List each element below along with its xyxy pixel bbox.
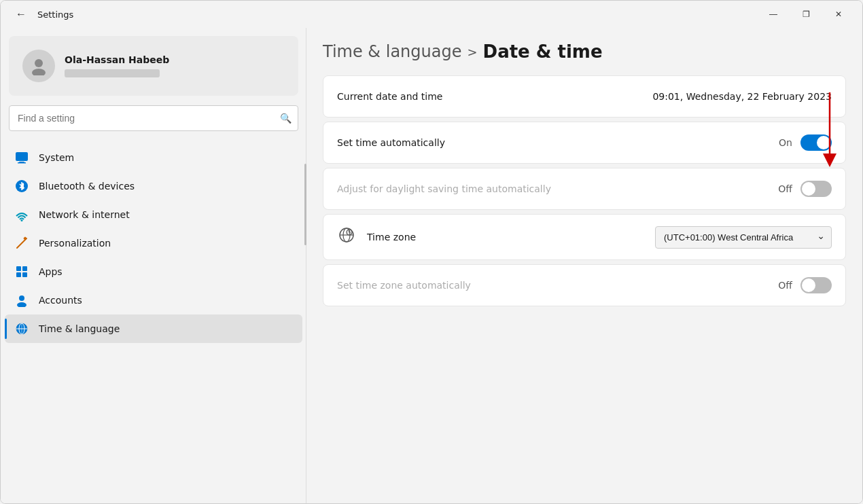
svg-point-14 xyxy=(19,295,24,301)
current-date-label: Current date and time xyxy=(337,91,442,102)
svg-rect-9 xyxy=(23,236,27,240)
avatar xyxy=(22,50,55,82)
sidebar-item-personalization-label: Personalization xyxy=(39,238,111,249)
svg-rect-2 xyxy=(16,152,28,161)
search-icon: 🔍 xyxy=(280,113,292,124)
set-time-auto-state: On xyxy=(779,137,792,148)
bluetooth-icon: ⬇ xyxy=(14,179,29,194)
svg-rect-10 xyxy=(16,266,21,271)
page-header: Time & language > Date & time xyxy=(323,41,846,62)
timezone-left: Time zone xyxy=(337,226,416,249)
personalization-icon xyxy=(14,236,29,251)
svg-point-1 xyxy=(32,69,46,75)
current-date-card: Current date and time 09:01, Wednesday, … xyxy=(323,75,846,118)
daylight-state: Off xyxy=(778,183,792,194)
close-button[interactable]: ✕ xyxy=(823,3,854,25)
timezone-select[interactable]: (UTC+01:00) West Central Africa (UTC+00:… xyxy=(655,226,832,249)
current-date-value: 09:01, Wednesday, 22 February 2023 xyxy=(652,91,832,102)
breadcrumb-chevron: > xyxy=(467,45,477,59)
daylight-right: Off xyxy=(778,181,832,197)
svg-rect-12 xyxy=(16,272,21,277)
sidebar-item-personalization[interactable]: Personalization xyxy=(5,229,302,257)
timezone-card: Time zone (UTC+01:00) West Central Afric… xyxy=(323,214,846,260)
sidebar-item-apps[interactable]: Apps xyxy=(5,257,302,286)
set-timezone-auto-right: Off xyxy=(778,277,832,293)
accounts-icon xyxy=(14,293,29,308)
content-area: Time & language > Date & time Current da… xyxy=(306,28,862,503)
daylight-toggle[interactable] xyxy=(800,181,832,197)
sidebar-item-network[interactable]: Network & internet xyxy=(5,200,302,229)
timezone-row: Time zone (UTC+01:00) West Central Afric… xyxy=(337,215,832,259)
svg-point-15 xyxy=(17,302,27,307)
set-time-auto-card: Set time automatically On xyxy=(323,122,846,164)
minimize-button[interactable]: — xyxy=(758,3,789,25)
sidebar-item-network-label: Network & internet xyxy=(39,209,130,220)
svg-point-0 xyxy=(35,59,43,67)
sidebar-item-system-label: System xyxy=(39,152,74,163)
sidebar-item-apps-label: Apps xyxy=(39,266,63,277)
back-button[interactable]: ← xyxy=(12,5,31,24)
main-layout: Ola-Hassan Habeeb 🔍 xyxy=(1,28,862,503)
title-bar-controls: — ❐ ✕ xyxy=(758,3,854,25)
current-date-row: Current date and time 09:01, Wednesday, … xyxy=(337,76,832,117)
sidebar-item-accounts-label: Accounts xyxy=(39,295,82,306)
sidebar-item-time-language[interactable]: Time & language xyxy=(5,314,302,343)
user-subtitle xyxy=(65,69,160,77)
apps-icon xyxy=(14,264,29,279)
user-info: Ola-Hassan Habeeb xyxy=(65,54,169,77)
page-title: Date & time xyxy=(483,41,603,62)
settings-window: ← Settings — ❐ ✕ Ola-Hassan Habeeb xyxy=(0,0,863,504)
title-bar: ← Settings — ❐ ✕ xyxy=(1,1,862,28)
sidebar-item-bluetooth-label: Bluetooth & devices xyxy=(39,181,135,192)
search-input[interactable] xyxy=(9,105,298,131)
sidebar-item-accounts[interactable]: Accounts xyxy=(5,286,302,314)
svg-rect-4 xyxy=(18,162,26,164)
sidebar-item-bluetooth[interactable]: ⬇ Bluetooth & devices xyxy=(5,172,302,200)
title-bar-left: ← Settings xyxy=(12,5,73,24)
user-profile[interactable]: Ola-Hassan Habeeb xyxy=(9,36,298,96)
daylight-row: Adjust for daylight saving time automati… xyxy=(337,168,832,209)
window-title: Settings xyxy=(37,10,73,20)
sidebar-item-time-language-label: Time & language xyxy=(39,323,120,334)
set-timezone-auto-toggle[interactable] xyxy=(800,277,832,293)
maximize-button[interactable]: ❐ xyxy=(790,3,822,25)
system-icon xyxy=(14,150,29,165)
nav-list: System ⬇ Bluetooth & devices xyxy=(1,141,306,346)
daylight-card: Adjust for daylight saving time automati… xyxy=(323,168,846,210)
search-box: 🔍 xyxy=(9,105,298,131)
daylight-label: Adjust for daylight saving time automati… xyxy=(337,183,551,194)
set-time-auto-row: Set time automatically On xyxy=(337,122,832,163)
set-timezone-auto-card: Set time zone automatically Off xyxy=(323,264,846,306)
timezone-label: Time zone xyxy=(367,232,416,242)
set-time-auto-right: On xyxy=(779,134,832,151)
svg-rect-13 xyxy=(22,272,27,277)
sidebar: Ola-Hassan Habeeb 🔍 xyxy=(1,28,306,503)
page-parent-label: Time & language xyxy=(323,42,461,61)
set-timezone-auto-label: Set time zone automatically xyxy=(337,280,471,291)
user-name: Ola-Hassan Habeeb xyxy=(65,54,169,65)
timezone-select-wrap: (UTC+01:00) West Central Africa (UTC+00:… xyxy=(655,226,832,249)
time-language-icon xyxy=(14,321,29,336)
set-timezone-auto-state: Off xyxy=(778,280,792,291)
svg-point-7 xyxy=(21,219,23,221)
set-time-auto-label: Set time automatically xyxy=(337,137,445,148)
svg-rect-11 xyxy=(22,266,27,271)
network-icon xyxy=(14,207,29,222)
set-timezone-auto-row: Set time zone automatically Off xyxy=(337,265,832,306)
set-time-auto-toggle[interactable] xyxy=(800,134,832,151)
timezone-icon xyxy=(337,226,356,249)
sidebar-item-system[interactable]: System xyxy=(5,143,302,172)
